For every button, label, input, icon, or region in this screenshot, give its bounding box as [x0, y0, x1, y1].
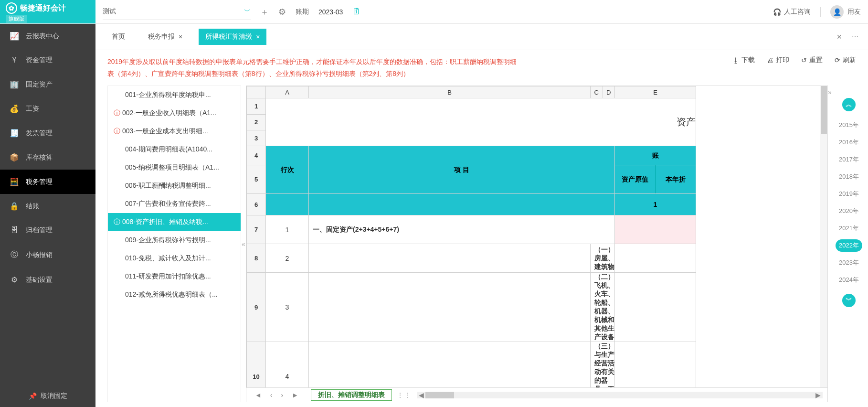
- nav-icon: 🔒: [10, 202, 19, 211]
- avatar-icon: 👤: [830, 5, 844, 19]
- nav-icon: 🗄: [10, 226, 19, 235]
- year-2024年[interactable]: 2024年: [836, 274, 862, 286]
- sidebar-item-9[interactable]: Ⓒ小畅报销: [0, 242, 95, 268]
- year-scroll-up-icon[interactable]: ︽: [842, 98, 856, 111]
- company-selector[interactable]: 测试 ﹀: [103, 3, 251, 20]
- form-item-3[interactable]: 004-期间费用明细表(A1040...: [108, 140, 241, 159]
- nav-icon: 🧮: [10, 177, 19, 186]
- year-2022年[interactable]: 2022年: [836, 239, 862, 252]
- year-rail: ︽ 2015年2016年2017年2018年2019年2020年2021年202…: [835, 86, 863, 402]
- tab-2[interactable]: 所得税汇算清缴×: [199, 29, 266, 45]
- form-item-4[interactable]: 005-纳税调整项目明细表（A1...: [108, 159, 241, 177]
- consult-link[interactable]: 🎧 人工咨询: [773, 8, 811, 16]
- close-all-icon[interactable]: ✕: [836, 33, 842, 41]
- col-header[interactable]: C: [591, 86, 603, 98]
- print-button[interactable]: 🖨打印: [767, 56, 789, 64]
- nav-label: 归档管理: [26, 226, 53, 235]
- sheet-nav-last-icon[interactable]: ►: [292, 391, 298, 399]
- tab-0[interactable]: 首页: [105, 29, 132, 45]
- form-item-9[interactable]: 010-免税、减计收入及加计...: [108, 249, 241, 268]
- tab-1[interactable]: 税务申报×: [141, 29, 189, 45]
- sidebar-item-10[interactable]: ⚙基础设置: [0, 268, 95, 292]
- year-2023年[interactable]: 2023年: [836, 257, 862, 269]
- print-icon: 🖨: [767, 56, 773, 64]
- sheet-tab[interactable]: 折旧、摊销调整明细表: [311, 389, 392, 401]
- sidebar-item-8[interactable]: 🗄归档管理: [0, 218, 95, 242]
- company-name: 测试: [103, 7, 116, 16]
- reset-button[interactable]: ↺重置: [801, 56, 823, 64]
- period-value[interactable]: 2023-03: [318, 8, 343, 16]
- col-header[interactable]: E: [615, 86, 696, 98]
- reset-icon: ↺: [801, 56, 807, 64]
- nav-icon: 📈: [10, 32, 19, 41]
- year-2016年[interactable]: 2016年: [836, 136, 862, 149]
- brand-logo-icon: ✿: [6, 2, 17, 14]
- sheet-resize-grip-icon[interactable]: ⋮⋮: [397, 391, 412, 399]
- sidebar-item-0[interactable]: 📈云报表中心: [0, 24, 95, 48]
- nav-icon: 💰: [10, 104, 19, 113]
- tab-close-icon[interactable]: ×: [256, 33, 260, 41]
- brand-name: 畅捷通好会计: [20, 3, 66, 13]
- nav-icon: Ⓒ: [10, 250, 19, 260]
- sidebar-item-3[interactable]: 💰工资: [0, 96, 95, 121]
- nav-label: 小畅报销: [26, 251, 53, 259]
- tab-close-icon[interactable]: ×: [179, 33, 182, 41]
- nav-label: 税务管理: [26, 178, 53, 186]
- pin-icon: 📌: [29, 392, 37, 400]
- sheet-nav-prev-icon[interactable]: ‹: [270, 391, 273, 399]
- col-header[interactable]: D: [603, 86, 615, 98]
- form-item-7[interactable]: ⓘ008-资产折旧、摊销及纳税...: [108, 213, 241, 231]
- year-scroll-down-icon[interactable]: ︾: [842, 294, 856, 307]
- col-header[interactable]: B: [309, 86, 591, 98]
- sheet-grid[interactable]: ABCDE1资产234行次项 目账5资产原值本年折6171一、固定资产(2+3+…: [246, 86, 820, 387]
- calendar-icon[interactable]: 🗓: [352, 7, 361, 17]
- unpin-button[interactable]: 📌 取消固定: [0, 385, 95, 407]
- sidebar-item-6[interactable]: 🧮税务管理: [0, 170, 95, 194]
- refresh-button[interactable]: ⟳刷新: [835, 56, 856, 64]
- col-header[interactable]: A: [266, 86, 309, 98]
- sidebar-item-5[interactable]: 📦库存核算: [0, 145, 95, 170]
- nav-label: 固定资产: [26, 80, 53, 89]
- year-2020年[interactable]: 2020年: [836, 205, 862, 217]
- form-item-6[interactable]: 007-广告费和业务宣传费跨...: [108, 195, 241, 213]
- add-icon[interactable]: ＋: [260, 6, 269, 18]
- form-item-5[interactable]: 006-职工薪酬纳税调整明细...: [108, 177, 241, 195]
- divider: [820, 7, 821, 17]
- scroll-left-icon[interactable]: ◀: [419, 391, 424, 399]
- user-name: 用友: [847, 8, 861, 16]
- sidebar-item-1[interactable]: ¥资金管理: [0, 48, 95, 72]
- user-menu[interactable]: 👤 用友: [830, 5, 861, 19]
- sidebar-item-7[interactable]: 🔒结账: [0, 194, 95, 218]
- sidebar-item-4[interactable]: 🧾发票管理: [0, 121, 95, 145]
- sidebar-item-2[interactable]: 🏢固定资产: [0, 72, 95, 96]
- gear-icon[interactable]: ⚙: [278, 7, 286, 17]
- year-2015年[interactable]: 2015年: [836, 119, 862, 131]
- form-item-11[interactable]: 012-减免所得税优惠明细表（...: [108, 286, 241, 304]
- splitter-right[interactable]: »: [828, 86, 835, 402]
- form-list: 001-企业所得税年度纳税申...ⓘ002-一般企业收入明细表（A1...ⓘ00…: [107, 86, 241, 402]
- year-2019年[interactable]: 2019年: [836, 188, 862, 200]
- splitter-left[interactable]: «: [241, 86, 246, 402]
- year-2021年[interactable]: 2021年: [836, 222, 862, 235]
- nav-icon: ¥: [10, 56, 19, 64]
- question-icon: ⓘ: [114, 109, 120, 118]
- nav-label: 资金管理: [26, 56, 53, 64]
- notice-text: 2019年度涉及取以前年度结转数据的申报表单元格需要手工维护正确，才能保证本年及…: [107, 56, 518, 80]
- sheet-hscroll[interactable]: ◀ ▶: [417, 392, 823, 398]
- form-item-1[interactable]: ⓘ002-一般企业收入明细表（A1...: [108, 104, 241, 122]
- sheet-nav-next-icon[interactable]: ›: [281, 391, 284, 399]
- spreadsheet: ABCDE1资产234行次项 目账5资产原值本年折6171一、固定资产(2+3+…: [246, 86, 828, 402]
- scroll-right-icon[interactable]: ▶: [815, 391, 821, 399]
- form-item-2[interactable]: ⓘ003-一般企业成本支出明细...: [108, 122, 241, 140]
- form-item-0[interactable]: 001-企业所得税年度纳税申...: [108, 86, 241, 104]
- form-item-10[interactable]: 011-研发费用加计扣除优惠...: [108, 268, 241, 286]
- year-2017年[interactable]: 2017年: [836, 153, 862, 166]
- year-2018年[interactable]: 2018年: [836, 171, 862, 183]
- form-item-8[interactable]: 009-企业所得税弥补亏损明...: [108, 231, 241, 249]
- sheet-vscroll[interactable]: [820, 86, 827, 387]
- question-icon: ⓘ: [114, 218, 120, 226]
- sheet-nav-first-icon[interactable]: ◄: [255, 391, 262, 399]
- nav-label: 基础设置: [26, 276, 53, 284]
- download-button[interactable]: ⭳下载: [732, 56, 755, 64]
- more-tabs-icon[interactable]: ⋯: [852, 33, 858, 41]
